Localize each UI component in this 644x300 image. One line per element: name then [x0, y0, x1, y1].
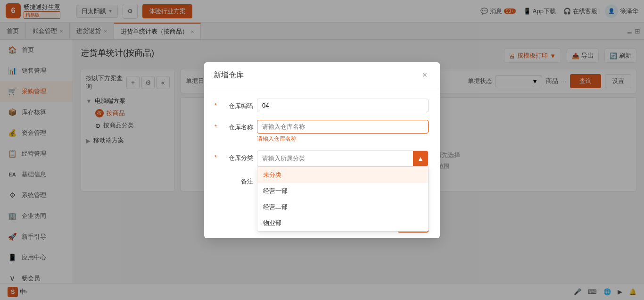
category-option-property[interactable]: 物业部	[257, 215, 428, 231]
warehouse-category-label: 仓库分类	[215, 150, 253, 162]
category-toggle-button[interactable]: ▲	[413, 151, 428, 166]
category-option-dept1[interactable]: 经营一部	[257, 183, 428, 199]
warehouse-category-selector: ▲ 未分类 经营一部 经营二部	[257, 150, 429, 167]
warehouse-name-input[interactable]	[257, 120, 429, 133]
modal-header: 新增仓库 ×	[204, 62, 440, 89]
warehouse-name-row: 仓库名称 请输入仓库名称	[215, 120, 429, 143]
warehouse-name-label: 仓库名称	[215, 120, 253, 132]
warehouse-code-field	[257, 99, 429, 112]
category-option-dept2[interactable]: 经营二部	[257, 199, 428, 215]
notes-label: 备注	[215, 174, 253, 186]
warehouse-code-row: 仓库编码	[215, 99, 429, 112]
modal-close-button[interactable]: ×	[419, 70, 430, 81]
category-option-unclassified[interactable]: 未分类	[257, 167, 428, 183]
add-warehouse-modal: 新增仓库 × 仓库编码 仓库名称 请输入仓库名称 仓库分类	[204, 62, 440, 238]
warehouse-category-row: 仓库分类 ▲ 未分类 经营一部	[215, 150, 429, 167]
modal-body: 仓库编码 仓库名称 请输入仓库名称 仓库分类	[204, 89, 440, 212]
warehouse-name-error: 请输入仓库名称	[257, 135, 429, 143]
category-input[interactable]	[257, 152, 413, 165]
modal-title: 新增仓库	[214, 70, 244, 80]
category-input-wrap: ▲	[257, 150, 429, 167]
warehouse-code-input[interactable]	[257, 99, 429, 112]
warehouse-code-label: 仓库编码	[215, 99, 253, 110]
category-dropdown: 未分类 经营一部 经营二部 物业部	[257, 167, 429, 232]
category-toggle-icon: ▲	[417, 155, 424, 162]
warehouse-name-field: 请输入仓库名称	[257, 120, 429, 143]
modal-overlay: 新增仓库 × 仓库编码 仓库名称 请输入仓库名称 仓库分类	[0, 0, 644, 300]
